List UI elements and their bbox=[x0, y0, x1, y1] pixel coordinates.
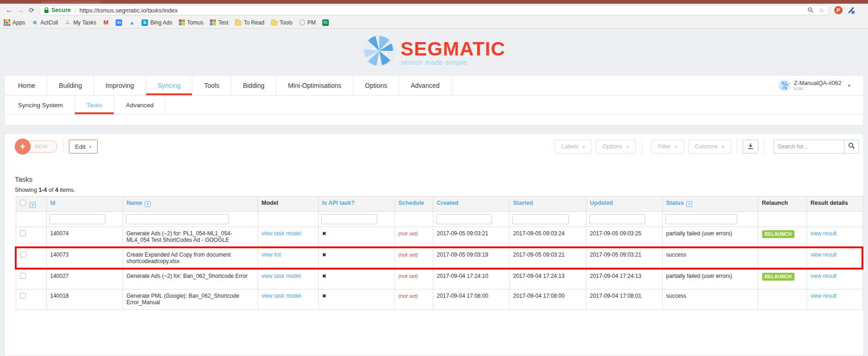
main-nav: HomeBuildingImprovingSyncingToolsBidding… bbox=[5, 75, 863, 96]
search-button[interactable] bbox=[844, 140, 859, 153]
nav-tab-tools[interactable]: Tools bbox=[192, 75, 231, 95]
row-checkbox[interactable] bbox=[20, 293, 26, 299]
filter-input-status[interactable] bbox=[665, 214, 737, 224]
view-task-model-link[interactable]: view task model bbox=[262, 273, 301, 279]
relaunch-badge[interactable]: RELAUNCH bbox=[762, 273, 795, 281]
col-sort-name[interactable]: Name bbox=[127, 200, 142, 206]
bookmark-star-icon[interactable]: ☆ bbox=[819, 6, 825, 14]
nav-tab-building[interactable]: Building bbox=[47, 75, 94, 95]
reload-icon[interactable] bbox=[26, 5, 37, 15]
col-header-result: Result details bbox=[806, 196, 862, 212]
cell-started: 2017-09-04 17:08:00 bbox=[509, 289, 586, 309]
options-dropdown-button[interactable]: Options bbox=[596, 140, 636, 153]
cell-status: partially failed (user errors) bbox=[662, 227, 758, 248]
subnav-tab-syncing-system[interactable]: Syncing System bbox=[6, 96, 75, 114]
bookmark-apps[interactable]: Apps bbox=[4, 19, 25, 26]
col-sort-created[interactable]: Created bbox=[437, 200, 459, 206]
row-checkbox[interactable] bbox=[20, 230, 26, 236]
bookmark-pm[interactable]: PM bbox=[299, 19, 316, 26]
user-avatar bbox=[778, 80, 790, 92]
view-result-link[interactable]: view result bbox=[811, 252, 837, 258]
bookmark-tomus[interactable]: Tomus bbox=[179, 19, 203, 26]
nav-tab-home[interactable]: Home bbox=[6, 75, 47, 95]
cell-check bbox=[16, 269, 46, 289]
view-result-link[interactable]: view result bbox=[811, 230, 837, 237]
search-input[interactable] bbox=[774, 140, 844, 153]
nav-tab-mini-optimisations[interactable]: Mini-Optimisations bbox=[277, 75, 353, 95]
nav-tab-bidding[interactable]: Bidding bbox=[231, 75, 277, 95]
nav-tab-options[interactable]: Options bbox=[353, 75, 399, 95]
cell-schedule: (not set) bbox=[394, 269, 433, 289]
nav-tab-syncing[interactable]: Syncing bbox=[146, 75, 193, 95]
help-icon[interactable]: ? bbox=[30, 202, 36, 208]
nav-tab-improving[interactable]: Improving bbox=[94, 75, 146, 95]
view-list-link[interactable]: view list bbox=[262, 252, 281, 258]
download-button[interactable] bbox=[743, 140, 758, 153]
filter-input-created[interactable] bbox=[436, 214, 492, 224]
col-sort-schedule[interactable]: Schedule bbox=[399, 200, 425, 206]
toolbar-divider bbox=[737, 140, 737, 153]
select-all-checkbox[interactable] bbox=[20, 200, 26, 206]
segmatic-logo[interactable]: SEGMATIC search made simple bbox=[363, 34, 505, 69]
bookmark-to-read[interactable]: To Read bbox=[235, 19, 265, 26]
zoom-out-icon[interactable] bbox=[807, 7, 814, 13]
browser-toolbar: Secure | https://tomus.segmatic.io/tasks… bbox=[0, 4, 868, 17]
col-header-api: Is API task? bbox=[318, 196, 394, 212]
cell-model: view list bbox=[258, 247, 318, 269]
nav-tab-advanced[interactable]: Advanced bbox=[399, 75, 451, 95]
view-task-model-link[interactable]: view task model bbox=[262, 293, 301, 299]
folder-icon bbox=[235, 21, 241, 25]
cell-created: 2017-09-05 09:03:21 bbox=[433, 227, 509, 248]
bookmark-my-tasks[interactable]: ∴My Tasks bbox=[64, 19, 96, 26]
col-sort-updated[interactable]: Updated bbox=[590, 200, 613, 206]
edit-dropdown-button[interactable]: Edit bbox=[69, 140, 97, 153]
labels-dropdown-button[interactable]: Labels bbox=[554, 140, 592, 153]
bookmark-test[interactable]: Test bbox=[210, 19, 228, 26]
browser-chrome: Secure | https://tomus.segmatic.io/tasks… bbox=[0, 0, 868, 29]
extension-eyedropper-icon[interactable] bbox=[847, 6, 855, 14]
subnav-tab-advanced[interactable]: Advanced bbox=[114, 96, 166, 114]
view-task-model-link[interactable]: view task model bbox=[262, 230, 301, 237]
back-icon[interactable] bbox=[4, 5, 15, 15]
extension-pocket-icon[interactable]: P bbox=[834, 6, 843, 14]
browser-active-tab[interactable] bbox=[42, 1, 101, 4]
cell-created: 2017-09-04 17:08:00 bbox=[433, 289, 509, 309]
new-task-button[interactable]: + NEW bbox=[15, 139, 57, 154]
view-result-link[interactable]: view result bbox=[811, 273, 837, 279]
col-sort-id[interactable]: Id bbox=[50, 200, 55, 206]
columns-dropdown-button[interactable]: Columns bbox=[688, 140, 731, 153]
address-divider: | bbox=[74, 7, 76, 13]
filter-input-name[interactable] bbox=[126, 214, 229, 224]
gmail-icon: M bbox=[103, 19, 109, 26]
apps-grid-icon bbox=[4, 19, 10, 26]
filter-cell-check bbox=[16, 212, 46, 227]
bookmark-analytics-a[interactable]: ▲ bbox=[129, 19, 135, 26]
bookmark-bing-ads[interactable]: bBing Ads bbox=[142, 19, 172, 26]
help-icon[interactable]: ? bbox=[686, 201, 692, 207]
url-text[interactable]: https://tomus.segmatic.io/tasks/index bbox=[80, 7, 178, 14]
bookmark-actcoll[interactable]: ✱ActColl bbox=[31, 19, 58, 26]
filter-input-started[interactable] bbox=[512, 214, 569, 224]
user-menu[interactable]: Z-ManualQA-#062 #280 ▾ bbox=[778, 75, 850, 96]
techcrunch-icon: TC bbox=[322, 19, 329, 26]
col-sort-started[interactable]: Started bbox=[513, 200, 533, 206]
subnav-tab-tasks[interactable]: Tasks bbox=[75, 96, 115, 114]
bookmark-tools[interactable]: Tools bbox=[271, 19, 293, 26]
col-sort-status[interactable]: Status bbox=[666, 200, 684, 206]
filter-input-id[interactable] bbox=[49, 214, 106, 224]
row-checkbox[interactable] bbox=[20, 252, 26, 258]
help-icon[interactable]: ? bbox=[145, 201, 151, 207]
cell-status: success bbox=[662, 289, 758, 309]
forward-icon[interactable] bbox=[15, 5, 26, 15]
bookmark-tc-green[interactable]: TC bbox=[322, 19, 329, 26]
col-sort-api[interactable]: Is API task? bbox=[322, 200, 355, 206]
bookmark-calendar-31[interactable]: 31 bbox=[116, 19, 122, 26]
filter-input-api[interactable] bbox=[321, 214, 378, 224]
relaunch-badge[interactable]: RELAUNCH bbox=[762, 230, 795, 238]
view-result-link[interactable]: view result bbox=[811, 293, 837, 299]
address-bar[interactable]: Secure | https://tomus.segmatic.io/tasks… bbox=[40, 5, 829, 15]
bookmark-gmail-m[interactable]: M bbox=[103, 19, 109, 26]
filter-input-updated[interactable] bbox=[589, 214, 646, 224]
filter-dropdown-button[interactable]: Filter bbox=[651, 140, 684, 153]
row-checkbox[interactable] bbox=[20, 273, 26, 279]
